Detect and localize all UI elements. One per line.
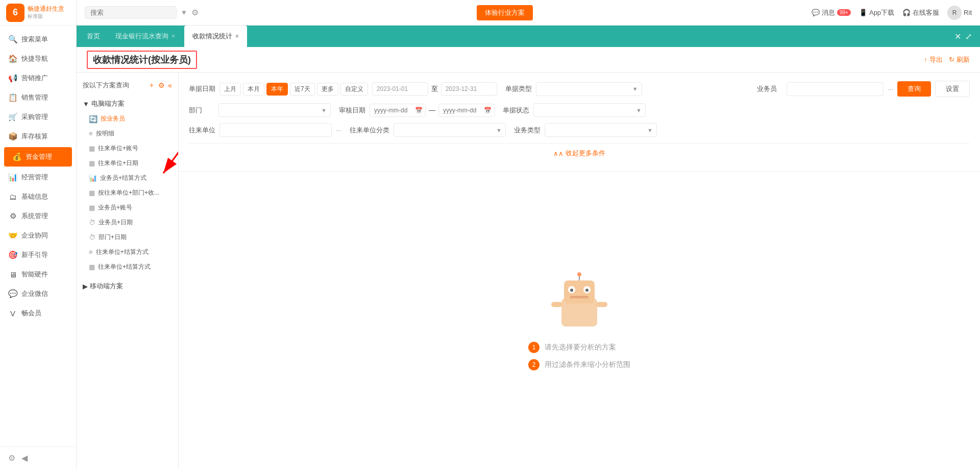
voucher-type-select[interactable] xyxy=(536,82,642,96)
service-label: 在线客服 xyxy=(913,8,939,17)
refresh-btn[interactable]: ↻ 刷新 xyxy=(949,55,970,64)
sidebar-item-label: 快捷导航 xyxy=(21,54,48,63)
date-btn-7days[interactable]: 近7天 xyxy=(290,83,315,96)
filter-item-by-salesperson[interactable]: 🔄 按业务员 xyxy=(77,111,178,126)
enterprise-icon: 🤝 xyxy=(8,231,17,240)
sidebar-item-inventory[interactable]: 📦 库存核算 xyxy=(0,127,76,146)
date-btn-custom[interactable]: 自定义 xyxy=(340,83,368,96)
export-label: 导出 xyxy=(929,55,943,64)
marketing-icon: 📢 xyxy=(8,74,17,83)
filter-item-unit-account[interactable]: ▦ 往来单位+账号 xyxy=(77,141,178,156)
filter-item-label: 按往来单位+部门+收... xyxy=(98,189,159,197)
counterpart-input[interactable] xyxy=(219,123,332,137)
sidebar-item-member[interactable]: V 畅会员 xyxy=(0,303,76,323)
business-type-select[interactable] xyxy=(545,123,657,137)
date-range-btns: 上月 本月 本年 近7天 更多 自定义 xyxy=(219,83,368,96)
sidebar-item-wechat[interactable]: 💬 企业微信 xyxy=(0,284,76,303)
salesperson-label: 业务员 xyxy=(757,84,782,93)
filter-item-label: 按业务员 xyxy=(101,114,125,123)
date-label: 单据日期 xyxy=(189,84,215,93)
tab-receipt-stat[interactable]: 收款情况统计 × xyxy=(184,26,247,47)
filter-item-label: 业务员+账号 xyxy=(98,203,132,212)
settings-icon[interactable]: ⚙ xyxy=(191,8,199,17)
calendar-to-icon[interactable]: 📅 xyxy=(484,107,492,114)
date-to-input[interactable] xyxy=(441,82,497,96)
settings-icon[interactable]: ⚙ xyxy=(8,453,15,463)
collapse-bar[interactable]: ∧∧ 收起更多条件 xyxy=(189,143,970,163)
trial-btn[interactable]: 体验行业方案 xyxy=(477,5,533,20)
dropdown-icon[interactable]: ▼ xyxy=(181,9,187,16)
sidebar-item-guide[interactable]: 🎯 新手引导 xyxy=(0,245,76,265)
filter-item-unit-settle2[interactable]: ▦ 往来单位+结算方式 xyxy=(77,260,178,274)
tab-home[interactable]: 首页 xyxy=(81,26,106,47)
filter-item-unit-dept-collect[interactable]: ▦ 按往来单位+部门+收... xyxy=(77,185,178,200)
empty-steps: 1 请先选择要分析的方案 2 用过滤条件来缩小分析范围 xyxy=(528,342,630,370)
sidebar-item-system[interactable]: ⚙ 系统管理 xyxy=(0,206,76,226)
date-btn-this-month[interactable]: 本月 xyxy=(243,83,264,96)
system-icon: ⚙ xyxy=(8,212,17,221)
sidebar-item-enterprise[interactable]: 🤝 企业协同 xyxy=(0,226,76,245)
salesperson-more-icon[interactable]: ··· xyxy=(888,85,893,93)
review-date-range: 📅 — 📅 xyxy=(370,104,495,117)
query-form: 单据日期 上月 本月 本年 近7天 更多 自定义 至 xyxy=(179,73,980,172)
date-btn-more[interactable]: 更多 xyxy=(317,83,338,96)
messages-btn[interactable]: 💬 消息 99+ xyxy=(812,8,851,17)
query-btn[interactable]: 查询 xyxy=(897,81,931,97)
tab-home-label: 首页 xyxy=(87,32,100,41)
unit-settle2-icon: ▦ xyxy=(89,263,95,271)
tab-bank-flow[interactable]: 现金银行流水查询 × xyxy=(107,26,183,47)
add-scheme-btn[interactable]: ＋ xyxy=(148,81,155,90)
filter-item-unit-date[interactable]: ▦ 往来单位+日期 xyxy=(77,156,178,171)
sidebar-item-basic[interactable]: 🗂 基础信息 xyxy=(0,187,76,206)
sidebar-item-label: 智能硬件 xyxy=(21,270,48,279)
refresh-label: 刷新 xyxy=(957,55,970,64)
sidebar-item-quick-nav[interactable]: 🏠 快捷导航 xyxy=(0,49,76,68)
user-avatar[interactable]: R Rit xyxy=(947,6,972,20)
export-btn[interactable]: ↑ 导出 xyxy=(924,55,943,64)
sales-icon: 📋 xyxy=(8,93,17,102)
close-window-icon[interactable]: ✕ xyxy=(954,32,961,41)
sidebar-item-marketing[interactable]: 📢 营销推广 xyxy=(0,68,76,88)
salesperson-field: 业务员 ··· 查询 设置 xyxy=(757,81,970,97)
search-input[interactable] xyxy=(85,6,177,19)
filter-item-dept-date[interactable]: ⏱ 部门+日期 xyxy=(77,230,178,245)
unit-dept-icon: ▦ xyxy=(89,189,95,197)
collapse-panel-btn[interactable]: « xyxy=(168,81,172,89)
maximize-icon[interactable]: ⤢ xyxy=(965,32,972,41)
filter-item-by-detail[interactable]: ≡ 按明细 xyxy=(77,126,178,141)
sidebar-item-finance[interactable]: 💰 资金管理 xyxy=(4,147,72,167)
sidebar-item-purchase[interactable]: 🛒 采购管理 xyxy=(0,107,76,127)
sidebar-item-sales[interactable]: 📋 销售管理 xyxy=(0,88,76,107)
set-btn[interactable]: 设置 xyxy=(935,81,970,97)
svg-rect-8 xyxy=(570,296,589,298)
date-from-input[interactable] xyxy=(372,82,428,96)
tab-bank-flow-label: 现金银行流水查询 xyxy=(115,32,168,41)
manage-scheme-btn[interactable]: ⚙ xyxy=(158,81,165,89)
date-btn-last-month[interactable]: 上月 xyxy=(219,83,241,96)
tab-receipt-stat-close[interactable]: × xyxy=(235,33,239,40)
filter-item-salesperson-account[interactable]: ▦ 业务员+账号 xyxy=(77,200,178,215)
filter-group-desktop-header[interactable]: ▼ 电脑端方案 xyxy=(77,96,178,111)
sidebar-item-operation[interactable]: 📊 经营管理 xyxy=(0,168,76,187)
sidebar-item-label: 营销推广 xyxy=(21,74,48,83)
collapse-sidebar-icon[interactable]: ◀ xyxy=(21,453,28,463)
filter-item-salesperson-settle[interactable]: 📊 业务员+结算方式 xyxy=(77,171,178,185)
date-btn-this-year[interactable]: 本年 xyxy=(266,83,288,96)
voucher-status-select[interactable] xyxy=(533,103,646,117)
filter-item-salesperson-date[interactable]: ⏱ 业务员+日期 xyxy=(77,215,178,230)
operation-icon: 📊 xyxy=(8,173,17,182)
sidebar-item-search[interactable]: 🔍 搜索菜单 xyxy=(0,30,76,49)
counterpart-category-select[interactable] xyxy=(394,123,506,137)
app-download-btn[interactable]: 📱 App下载 xyxy=(859,8,894,17)
customer-service-btn[interactable]: 🎧 在线客服 xyxy=(902,8,939,17)
tab-bank-flow-close[interactable]: × xyxy=(172,33,175,40)
filter-group-mobile-header[interactable]: ▶ 移动端方案 xyxy=(77,278,178,294)
dept-select[interactable] xyxy=(218,103,331,117)
sidebar-item-hardware[interactable]: 🖥 智能硬件 xyxy=(0,265,76,284)
counterpart-more-icon[interactable]: ··· xyxy=(336,126,341,134)
username-label: Rit xyxy=(964,9,972,16)
calendar-from-icon[interactable]: 📅 xyxy=(415,107,423,114)
salesperson-input[interactable] xyxy=(787,82,884,96)
filter-item-unit-settle1[interactable]: ≡ 往来单位+结算方式 xyxy=(77,245,178,260)
voucher-type-field: 单据类型 ▼ xyxy=(505,82,642,96)
